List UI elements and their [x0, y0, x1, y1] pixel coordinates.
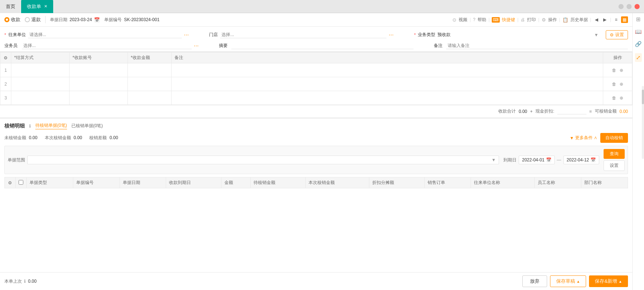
- date-to[interactable]: 2022-04-12 📅: [564, 156, 599, 164]
- expand-sidebar-icon[interactable]: ⤢: [635, 53, 642, 62]
- scroll-track[interactable]: [642, 86, 644, 159]
- win-close-btn[interactable]: [635, 4, 640, 9]
- print-btn[interactable]: 打印: [527, 17, 536, 23]
- tab-home[interactable]: 首页: [0, 0, 21, 13]
- row-settlement-3[interactable]: [11, 91, 70, 105]
- nav-prev-btn[interactable]: ◀: [593, 17, 600, 22]
- vth-checkbox[interactable]: [16, 177, 27, 188]
- summary-input[interactable]: [231, 42, 413, 49]
- account-input-3[interactable]: [70, 91, 127, 105]
- session-info-icon[interactable]: ℹ: [24, 279, 26, 284]
- book-sidebar-icon[interactable]: 📖: [635, 28, 642, 35]
- main-content: 收款 退款 单据日期 2023-03-24 📅 单据编号 SK-20230324…: [0, 13, 632, 290]
- delete-icon-3[interactable]: 🗑: [612, 95, 616, 101]
- business-required: *: [414, 32, 416, 38]
- copy-icon-1[interactable]: ⊕: [620, 68, 623, 73]
- row-account-3[interactable]: [70, 91, 128, 105]
- discount-input[interactable]: [557, 108, 586, 114]
- row-account-1[interactable]: [70, 63, 128, 77]
- row-remark-1[interactable]: [172, 63, 603, 77]
- view-grid-btn[interactable]: ▦: [621, 16, 628, 23]
- settlement-input-3[interactable]: [11, 91, 69, 105]
- divider-1: [45, 16, 46, 23]
- win-min-btn[interactable]: [619, 4, 624, 9]
- delete-icon-1[interactable]: 🗑: [612, 68, 616, 73]
- tab-receipt[interactable]: 收款单 ✕: [21, 0, 53, 13]
- filter-icon: ▼: [570, 136, 574, 141]
- setting-btn2[interactable]: 设置: [604, 160, 625, 171]
- form-area: * 往来单位 ··· 门店 ··· * 业务类型 预收款 ▼ ⚙: [0, 27, 632, 52]
- store-more-icon[interactable]: ···: [389, 32, 393, 38]
- range-select[interactable]: ▼: [27, 156, 499, 164]
- gear-icon: ⚙: [610, 32, 614, 38]
- settlement-input-1[interactable]: [11, 63, 69, 77]
- remark-input-3[interactable]: [172, 91, 603, 105]
- counterparty-input[interactable]: [28, 31, 182, 38]
- store-label: 门店: [209, 32, 218, 38]
- nav-next-btn[interactable]: ▶: [602, 17, 608, 22]
- amount-input-3[interactable]: [128, 91, 171, 105]
- remark-input-2[interactable]: [172, 77, 603, 91]
- row-num-2: 2: [0, 77, 11, 91]
- copy-icon-3[interactable]: ⊕: [620, 95, 623, 101]
- vth-gear[interactable]: ⚙: [5, 177, 16, 188]
- radio-refund[interactable]: 退款: [25, 16, 41, 23]
- view-list-btn[interactable]: ≡: [613, 16, 619, 23]
- row-remark-3[interactable]: [172, 91, 603, 105]
- select-all-checkbox[interactable]: [19, 180, 23, 185]
- row-settlement-1[interactable]: [11, 63, 70, 77]
- stats-right: ▼ 更多条件 ∧ 自动核销: [570, 133, 628, 143]
- verify-title: 核销明细: [4, 123, 25, 129]
- account-input-1[interactable]: [70, 63, 127, 77]
- table-sidebar-icon[interactable]: ⊞: [636, 16, 641, 23]
- th-gear[interactable]: ⚙: [0, 52, 11, 63]
- verify-tab-done[interactable]: 已核销单据(0笔): [71, 123, 103, 129]
- row-settlement-2[interactable]: [11, 77, 70, 91]
- date-from[interactable]: 2022-04-01 📅: [519, 156, 554, 164]
- business-arrow[interactable]: ▼: [594, 32, 598, 38]
- save-draft-btn[interactable]: 保存草稿 ▲: [550, 275, 586, 287]
- query-btn[interactable]: 查询: [604, 149, 625, 159]
- delete-icon-2[interactable]: 🗑: [612, 82, 616, 87]
- bottom-bar: 本单上次 ℹ 0.00 放弃 保存草稿 ▲ 保存&新增 ▲: [0, 272, 632, 290]
- link-sidebar-icon[interactable]: 🔗: [635, 41, 642, 47]
- row-amount-1[interactable]: [128, 63, 172, 77]
- row-amount-2[interactable]: [128, 77, 172, 91]
- abandon-btn[interactable]: 放弃: [522, 275, 547, 287]
- row-amount-3[interactable]: [128, 91, 172, 105]
- store-input[interactable]: [220, 31, 386, 38]
- setting-btn[interactable]: ⚙ 设置: [606, 30, 628, 39]
- ops-btn[interactable]: 操作: [548, 17, 557, 23]
- amount-input-1[interactable]: [128, 63, 171, 77]
- close-tab-icon[interactable]: ✕: [44, 4, 47, 9]
- amount-input-2[interactable]: [128, 77, 171, 91]
- business-type-field: * 业务类型 预收款 ▼: [414, 32, 598, 38]
- row-num-1: 1: [0, 63, 11, 77]
- verify-info-icon[interactable]: ℹ: [29, 124, 31, 129]
- row-account-2[interactable]: [70, 77, 128, 91]
- radio-receipt[interactable]: 收款: [4, 16, 20, 23]
- note-input[interactable]: [446, 42, 628, 49]
- shortcut-btn[interactable]: 快捷键: [502, 17, 515, 23]
- settlement-input-2[interactable]: [11, 77, 69, 91]
- help-btn[interactable]: 帮助: [478, 17, 486, 23]
- verify-tab-pending[interactable]: 待核销单据(0笔): [35, 122, 67, 129]
- save-new-btn[interactable]: 保存&新增 ▲: [589, 275, 628, 287]
- account-input-2[interactable]: [70, 77, 127, 91]
- staff-input[interactable]: [22, 42, 192, 49]
- calendar-icon[interactable]: 📅: [94, 17, 100, 23]
- more-conditions-btn[interactable]: ▼ 更多条件 ∧: [570, 135, 597, 141]
- video-btn[interactable]: 视频: [459, 17, 467, 23]
- remark-input-1[interactable]: [172, 63, 603, 77]
- history-btn[interactable]: 历史单据: [570, 17, 588, 23]
- win-max-btn[interactable]: [627, 4, 632, 9]
- row-remark-2[interactable]: [172, 77, 603, 91]
- cal-icon-from: 📅: [546, 157, 551, 162]
- total-label: 收款合计: [498, 108, 516, 114]
- auto-verify-btn[interactable]: 自动核销: [600, 133, 628, 143]
- counterparty-more-icon[interactable]: ···: [184, 32, 189, 38]
- staff-more-icon[interactable]: ···: [194, 43, 199, 49]
- diff-stat: 核销差额 0.00: [89, 135, 118, 141]
- bottom-right: 放弃 保存草稿 ▲ 保存&新增 ▲: [522, 275, 628, 287]
- copy-icon-2[interactable]: ⊕: [620, 82, 623, 87]
